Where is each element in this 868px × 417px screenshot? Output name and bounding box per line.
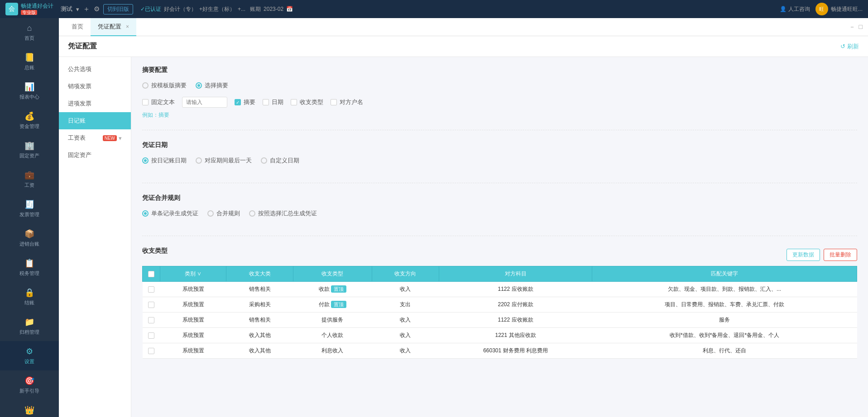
- table-row: 系统预置 收入其他 利息收入 收入 660301 财务费用 利息费用 利息、行代…: [143, 343, 857, 359]
- radio-custom-date[interactable]: 自定义日期: [261, 156, 299, 165]
- sidebar-item-report[interactable]: 📊 报表中心: [0, 76, 59, 106]
- checkbox-fixed-text[interactable]: 固定文本: [142, 98, 175, 106]
- sidebar-item-archive[interactable]: 📁 归档管理: [0, 312, 59, 341]
- voucher-date-title: 凭证日期: [142, 141, 857, 149]
- topbar-badges: ✓已认证 好会计（专） +好生意（标） +... 账期 2023-02 📅: [140, 5, 293, 13]
- radio-select-total[interactable]: 按照选择汇总生成凭证: [249, 209, 317, 218]
- user-area[interactable]: 旺 畅捷通旺旺...: [815, 3, 863, 15]
- radio-template-summary[interactable]: 按模板版摘要: [142, 81, 187, 90]
- sidebar-item-invoice[interactable]: 🧾 发票管理: [0, 194, 59, 223]
- td-checkbox[interactable]: [143, 282, 160, 297]
- td-keyword: 欠款、现金、项目款、到款、报销款、汇入、...: [592, 282, 857, 297]
- td-category: 系统预置: [160, 313, 226, 328]
- good-accounting-badge: 好会计（专）: [164, 5, 197, 13]
- tab-close-icon[interactable]: ×: [126, 24, 129, 30]
- table-row: 系统预置 销售相关 收款 置顶 收入 1122 应收账款 欠款、现金、项目款、到…: [143, 282, 857, 297]
- switch-old-version-button[interactable]: 切到旧版: [103, 4, 133, 14]
- service-label: 人工咨询: [788, 5, 810, 13]
- new-badge: NEW: [103, 135, 117, 141]
- sidebar-item-settings[interactable]: ⚙ 设置: [0, 341, 59, 370]
- ledger-icon: 📒: [24, 52, 34, 62]
- row-checkbox-4[interactable]: [148, 332, 154, 339]
- th-checkbox-box[interactable]: [148, 271, 154, 277]
- th-checkbox[interactable]: [143, 266, 160, 282]
- right-content: 摘要配置 按模板版摘要 选择摘要: [131, 57, 868, 417]
- th-category: 类别 ∨: [160, 266, 226, 282]
- tab-minimize-button[interactable]: －: [849, 23, 855, 31]
- left-nav-label-journal: 日记账: [68, 117, 86, 125]
- top-tag-2[interactable]: 置顶: [331, 301, 346, 308]
- topbar-add-icon[interactable]: ＋: [83, 5, 90, 14]
- row-checkbox-3[interactable]: [148, 317, 154, 323]
- sidebar-label-settings: 设置: [24, 358, 34, 365]
- sidebar-item-ledger[interactable]: 📒 总账: [0, 47, 59, 76]
- radio-merge-rule[interactable]: 合并规则: [207, 209, 240, 218]
- sidebar-item-close[interactable]: 🔒 结账: [0, 282, 59, 312]
- radio-select-summary[interactable]: 选择摘要: [196, 81, 228, 90]
- td-checkbox[interactable]: [143, 313, 160, 328]
- sidebar-item-tax[interactable]: 📋 税务管理: [0, 253, 59, 282]
- td-type: 付款 置顶: [293, 297, 372, 313]
- td-direction: 收入: [372, 328, 439, 343]
- tab-home[interactable]: 首页: [64, 18, 91, 36]
- content-area: 首页 凭证配置 × － □ 凭证配置 ↺ 刷新 公共选项: [59, 18, 868, 417]
- top-tag[interactable]: 置顶: [331, 285, 346, 293]
- checkbox-date[interactable]: 日期: [263, 98, 283, 106]
- row-checkbox-1[interactable]: [148, 286, 154, 293]
- salary-expand-icon: ▾: [119, 135, 122, 142]
- sidebar-label-ledger: 总账: [24, 64, 34, 71]
- left-nav-item-fixed-assets[interactable]: 固定资产: [59, 147, 131, 164]
- left-nav-label-public: 公共选项: [68, 65, 91, 73]
- service-button[interactable]: 👤 人工咨询: [780, 5, 810, 13]
- td-checkbox[interactable]: [143, 297, 160, 313]
- checkbox-summary-box: ✓: [235, 99, 241, 105]
- radio-template-label: 按模板版摘要: [151, 81, 187, 90]
- sidebar-item-newbie[interactable]: 🎯 新手引导: [0, 370, 59, 400]
- radio-journal-date[interactable]: 按日记账日期: [142, 156, 187, 165]
- good-business-badge: +好生意（标）: [199, 5, 235, 13]
- update-data-button[interactable]: 更新数据: [786, 249, 820, 261]
- sidebar-item-salary[interactable]: 💼 工资: [0, 165, 59, 194]
- app-name: 畅捷通好会计专业版: [21, 3, 53, 16]
- left-nav: 公共选项 销项发票 进项发票 日记账 工资表 NEW ▾: [59, 57, 131, 417]
- summary-config-section: 摘要配置 按模板版摘要 选择摘要: [142, 66, 857, 130]
- checkbox-income-type-box: [291, 99, 297, 105]
- batch-delete-button[interactable]: 批量删除: [824, 249, 857, 261]
- left-nav-item-purchase-invoice[interactable]: 进项发票: [59, 95, 131, 112]
- radio-single-record[interactable]: 单条记录生成凭证: [142, 209, 198, 218]
- radio-select-total-label: 按照选择汇总生成凭证: [258, 209, 317, 218]
- checkbox-income-type[interactable]: 收支类型: [291, 98, 323, 106]
- td-checkbox[interactable]: [143, 328, 160, 343]
- row-checkbox-2[interactable]: [148, 302, 154, 308]
- sidebar-item-asset[interactable]: 🏢 固定资产: [0, 135, 59, 165]
- salary-icon: 💼: [24, 170, 34, 180]
- refresh-button[interactable]: ↺ 刷新: [840, 43, 859, 51]
- radio-merge-rule-label: 合并规则: [216, 209, 240, 218]
- tab-maximize-button[interactable]: □: [859, 23, 863, 31]
- checkbox-counterparty[interactable]: 对方户名: [331, 98, 363, 106]
- left-nav-item-salary-table[interactable]: 工资表 NEW ▾: [59, 129, 131, 147]
- topbar-arrow-icon[interactable]: ▾: [76, 6, 79, 13]
- purchase-icon: 📦: [24, 229, 34, 239]
- sidebar-item-purchase[interactable]: 📦 进销台账: [0, 223, 59, 253]
- calendar-icon[interactable]: 📅: [286, 6, 293, 12]
- tab-voucher-config[interactable]: 凭证配置 ×: [91, 18, 136, 36]
- sidebar-label-tax: 税务管理: [19, 270, 39, 277]
- left-nav-item-sales-invoice[interactable]: 销项发票: [59, 78, 131, 95]
- topbar-settings-icon[interactable]: ⚙: [94, 5, 100, 13]
- fixed-text-input[interactable]: [182, 97, 227, 108]
- sidebar-label-asset: 固定资产: [19, 152, 39, 159]
- row-checkbox-5[interactable]: [148, 348, 154, 354]
- sidebar-item-home[interactable]: ⌂ 首页: [0, 18, 59, 47]
- td-counter-account: 1122 应收账款: [439, 282, 592, 297]
- checkbox-summary[interactable]: ✓ 摘要: [235, 98, 255, 106]
- left-nav-item-journal[interactable]: 日记账: [59, 112, 131, 129]
- income-expense-table: 类别 ∨ 收支大类 收支类型 收支方向 对方科目 匹配关键字: [142, 266, 857, 359]
- left-nav-label-salary-table: 工资表: [68, 134, 86, 142]
- sidebar-item-fund[interactable]: 💰 资金管理: [0, 106, 59, 135]
- sidebar-item-member[interactable]: 👑 畅会员: [0, 400, 59, 417]
- settings-icon: ⚙: [26, 346, 33, 356]
- left-nav-item-public[interactable]: 公共选项: [59, 61, 131, 78]
- td-checkbox[interactable]: [143, 343, 160, 359]
- radio-period-last[interactable]: 对应期间最后一天: [196, 156, 252, 165]
